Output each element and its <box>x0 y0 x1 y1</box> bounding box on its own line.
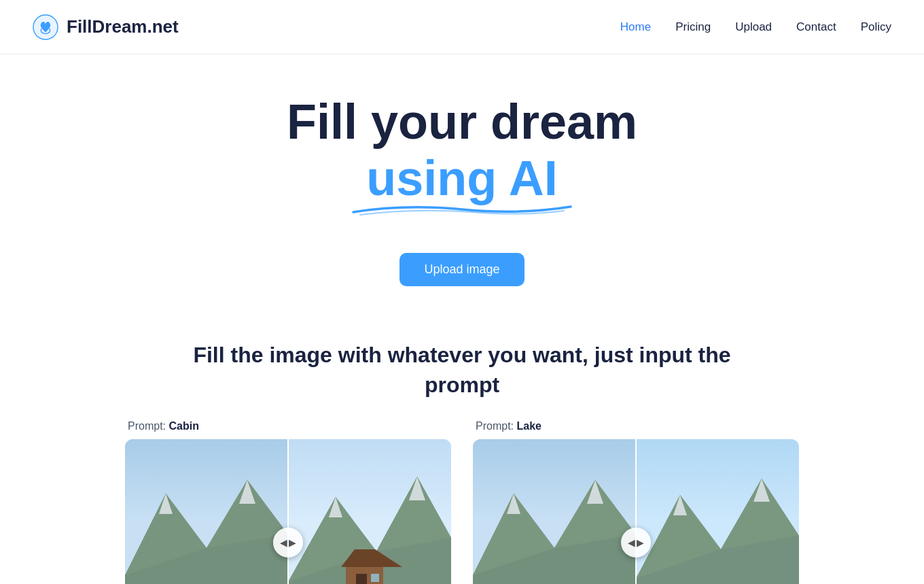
mountain-svg-right-cabin <box>288 439 451 584</box>
showcase-item-cabin: Prompt: Cabin <box>125 420 451 584</box>
image-compare-lake[interactable]: ◀▶ <box>473 439 799 584</box>
nav-pricing[interactable]: Pricing <box>675 20 711 34</box>
mountain-svg-right-lake <box>636 439 799 584</box>
mountain-svg-left-lake <box>473 439 636 584</box>
upload-image-button[interactable]: Upload image <box>399 253 524 286</box>
subheading-text: Fill the image with whatever you want, j… <box>156 313 768 419</box>
compare-divider-cabin <box>287 439 289 584</box>
logo-text: FillDream.net <box>67 16 179 37</box>
nav-contact[interactable]: Contact <box>796 20 836 34</box>
slider-arrows-lake: ◀▶ <box>628 537 644 548</box>
underline-decoration <box>346 199 578 218</box>
nav-home[interactable]: Home <box>620 20 651 34</box>
compare-divider-lake <box>635 439 637 584</box>
image-after-lake <box>636 439 799 584</box>
logo-area[interactable]: FillDream.net <box>33 14 179 40</box>
mountain-svg-left-cabin <box>125 439 288 584</box>
hero-title-line1: Fill your dream <box>14 95 910 149</box>
image-before-lake <box>473 439 636 584</box>
slider-arrows-cabin: ◀▶ <box>280 537 296 548</box>
slider-handle-lake[interactable]: ◀▶ <box>621 528 651 557</box>
nav-policy[interactable]: Policy <box>861 20 891 34</box>
main-nav: Home Pricing Upload Contact Policy <box>620 20 891 34</box>
prompt-label-cabin: Prompt: Cabin <box>125 420 451 432</box>
showcase-row-top: Prompt: Cabin <box>54 420 870 584</box>
image-after-cabin <box>288 439 451 584</box>
logo-icon <box>33 14 58 40</box>
svg-rect-20 <box>371 574 379 582</box>
showcase-item-lake: Prompt: Lake <box>473 420 799 584</box>
hero-section: Fill your dream using AI Upload image <box>0 54 924 313</box>
nav-upload[interactable]: Upload <box>735 20 772 34</box>
showcase-section: Prompt: Cabin <box>0 420 924 584</box>
hero-title-line2: using AI <box>14 152 910 205</box>
svg-rect-19 <box>356 574 367 584</box>
image-before-cabin <box>125 439 288 584</box>
slider-handle-cabin[interactable]: ◀▶ <box>273 528 303 557</box>
prompt-label-lake: Prompt: Lake <box>473 420 799 432</box>
image-compare-cabin[interactable]: ◀▶ <box>125 439 451 584</box>
